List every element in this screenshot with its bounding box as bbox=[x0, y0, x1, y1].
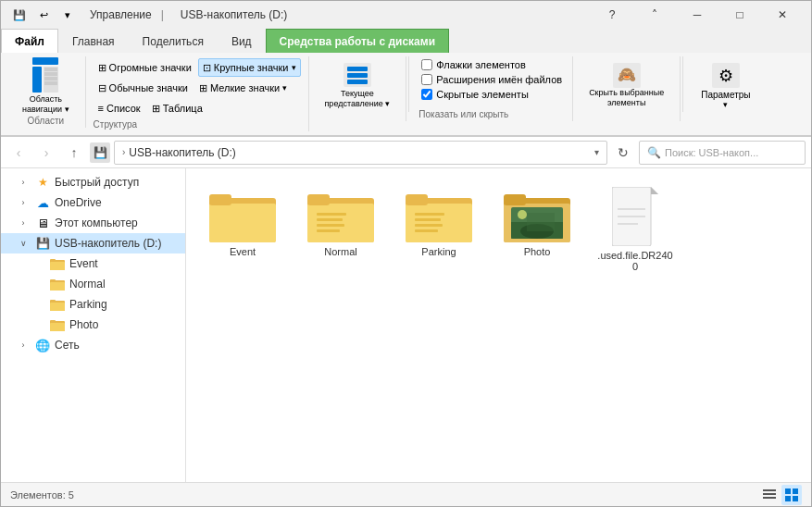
help-button[interactable]: ? bbox=[591, 1, 633, 29]
tab-home[interactable]: Главная bbox=[58, 29, 129, 53]
parameters-button[interactable]: ⚙ Параметры ▾ bbox=[693, 58, 758, 114]
hidden-items-checkbox[interactable]: Скрытые элементы bbox=[418, 88, 565, 101]
sidebar-item-parking[interactable]: Parking bbox=[1, 294, 185, 315]
svg-rect-23 bbox=[406, 204, 472, 242]
network-label: Сеть bbox=[55, 339, 80, 352]
expand-arrow-this-pc: › bbox=[16, 218, 31, 228]
collapse-ribbon-button[interactable]: ˄ bbox=[633, 1, 676, 29]
tab-view[interactable]: Вид bbox=[218, 29, 266, 53]
file-item-parking[interactable]: Parking bbox=[397, 183, 481, 276]
address-bar[interactable]: › USB-накопитель (D:) ▾ bbox=[114, 141, 607, 165]
svg-rect-21 bbox=[317, 229, 340, 232]
current-view-button[interactable]: Текущеепредставление ▾ bbox=[317, 58, 399, 114]
qat-dropdown-button[interactable]: ▾ bbox=[56, 4, 79, 26]
table-label: Таблица bbox=[163, 103, 203, 114]
sidebar-item-photo[interactable]: Photo bbox=[1, 315, 185, 335]
quick-access-toolbar: 💾 ↩ ▾ bbox=[8, 4, 79, 26]
address-path: USB-накопитель (D:) bbox=[129, 146, 591, 159]
undo-button[interactable]: ↩ bbox=[32, 4, 55, 26]
svg-rect-18 bbox=[317, 213, 346, 216]
sidebar-item-usb[interactable]: ∨ 💾 USB-накопитель (D:) bbox=[1, 233, 185, 254]
list-view-button[interactable] bbox=[759, 485, 780, 505]
svg-rect-27 bbox=[415, 224, 443, 227]
quick-access-label: Быстрый доступ bbox=[55, 176, 139, 189]
save-button[interactable]: 💾 bbox=[8, 4, 31, 26]
svg-rect-31 bbox=[504, 194, 526, 205]
svg-rect-5 bbox=[50, 279, 56, 282]
event-item-label: Event bbox=[230, 246, 256, 257]
huge-icons-label: Огромные значки bbox=[109, 62, 192, 73]
normal-item-label: Normal bbox=[324, 246, 356, 257]
svg-rect-19 bbox=[317, 218, 343, 221]
table-button[interactable]: ⊞ Таблица bbox=[147, 99, 207, 117]
hide-selected-button[interactable]: 🙈 Скрыть выбранныеэлементы bbox=[581, 58, 672, 114]
svg-rect-14 bbox=[209, 194, 231, 205]
svg-rect-36 bbox=[527, 213, 555, 231]
large-icons-button[interactable]: ⊡ Крупные значки ▾ bbox=[198, 58, 301, 77]
title-bar-left: 💾 ↩ ▾ Управление | USB-накопитель (D:) bbox=[8, 4, 287, 26]
event-label: Event bbox=[69, 257, 98, 270]
file-extensions-checkbox[interactable]: Расширения имён файлов bbox=[418, 73, 565, 86]
tab-manage[interactable]: Средства работы с дисками bbox=[266, 29, 449, 53]
tab-share[interactable]: Поделиться bbox=[129, 29, 218, 53]
tab-file[interactable]: Файл bbox=[1, 29, 58, 53]
title-bar: 💾 ↩ ▾ Управление | USB-накопитель (D:) ?… bbox=[1, 1, 811, 29]
back-button[interactable]: ‹ bbox=[6, 141, 31, 165]
svg-rect-28 bbox=[415, 229, 438, 232]
file-item-normal[interactable]: Normal bbox=[299, 183, 382, 276]
small-icons-button[interactable]: ⊞ Мелкие значки ▾ bbox=[194, 79, 292, 97]
view-controls bbox=[759, 485, 802, 505]
list-label: Список bbox=[106, 103, 141, 114]
svg-rect-24 bbox=[406, 194, 428, 205]
minimize-button[interactable]: ─ bbox=[676, 1, 718, 29]
file-item-dr2400[interactable]: .used.file.DR2400 bbox=[593, 183, 677, 276]
dr2400-file-svg bbox=[612, 187, 658, 246]
hidden-items-label: Скрытые элементы bbox=[436, 89, 529, 100]
onedrive-icon: ☁ bbox=[34, 194, 51, 211]
list-button[interactable]: ≡ Список bbox=[94, 99, 145, 117]
sidebar-item-network[interactable]: › 🌐 Сеть bbox=[1, 335, 185, 355]
item-flags-label: Флажки элементов bbox=[436, 59, 525, 70]
svg-rect-26 bbox=[415, 218, 441, 221]
sidebar-item-event[interactable]: Event bbox=[1, 254, 185, 274]
close-button[interactable]: ✕ bbox=[761, 1, 804, 29]
parking-item-label: Parking bbox=[421, 246, 456, 257]
sidebar-item-normal[interactable]: Normal bbox=[1, 274, 185, 294]
svg-rect-25 bbox=[415, 213, 444, 216]
status-bar: Элементов: 5 bbox=[1, 482, 811, 506]
expand-arrow-network: › bbox=[16, 340, 31, 350]
maximize-button[interactable]: □ bbox=[718, 1, 761, 29]
refresh-button[interactable]: ↻ bbox=[611, 141, 635, 165]
show-hide-group-label: Показать или скрыть bbox=[418, 107, 508, 119]
file-area: Event Normal bbox=[186, 168, 811, 482]
sidebar-item-quick-access[interactable]: › ★ Быстрый доступ bbox=[1, 172, 185, 192]
up-button[interactable]: ↑ bbox=[62, 141, 86, 165]
search-bar[interactable]: 🔍 Поиск: USB-накоп... bbox=[639, 141, 806, 165]
network-icon: 🌐 bbox=[34, 337, 51, 353]
parking-folder-svg bbox=[406, 187, 472, 242]
navigation-pane-button[interactable]: Областьнавигации ▾ bbox=[14, 58, 78, 114]
window-drive-title: USB-накопитель (D:) bbox=[181, 8, 287, 21]
ribbon: Файл Главная Поделиться Вид Средства раб… bbox=[1, 29, 811, 137]
nav-bar: ‹ › ↑ 💾 › USB-накопитель (D:) ▾ ↻ 🔍 Поис… bbox=[1, 137, 811, 168]
search-icon: 🔍 bbox=[647, 146, 661, 159]
structure-group-label: Структура bbox=[94, 117, 137, 130]
svg-rect-46 bbox=[785, 488, 791, 494]
huge-icons-button[interactable]: ⊞ Огромные значки bbox=[94, 58, 196, 77]
window-controls: ? ˄ ─ □ ✕ bbox=[591, 1, 804, 29]
file-item-event[interactable]: Event bbox=[201, 183, 284, 276]
expand-arrow-onedrive: › bbox=[16, 198, 31, 207]
forward-button[interactable]: › bbox=[34, 141, 58, 165]
svg-rect-8 bbox=[50, 300, 56, 303]
usb-label: USB-накопитель (D:) bbox=[55, 237, 161, 250]
sidebar-item-onedrive[interactable]: › ☁ OneDrive bbox=[1, 192, 185, 213]
onedrive-label: OneDrive bbox=[55, 196, 102, 209]
sidebar-item-this-pc[interactable]: › 🖥 Этот компьютер bbox=[1, 213, 185, 233]
file-item-photo[interactable]: Photo bbox=[495, 183, 579, 276]
this-pc-icon: 🖥 bbox=[34, 215, 51, 231]
svg-rect-47 bbox=[793, 488, 798, 494]
drive-icon: 💾 bbox=[90, 142, 110, 163]
item-flags-checkbox[interactable]: Флажки элементов bbox=[418, 58, 565, 71]
tile-view-button[interactable] bbox=[781, 485, 802, 505]
normal-icons-button[interactable]: ⊟ Обычные значки bbox=[94, 79, 193, 97]
